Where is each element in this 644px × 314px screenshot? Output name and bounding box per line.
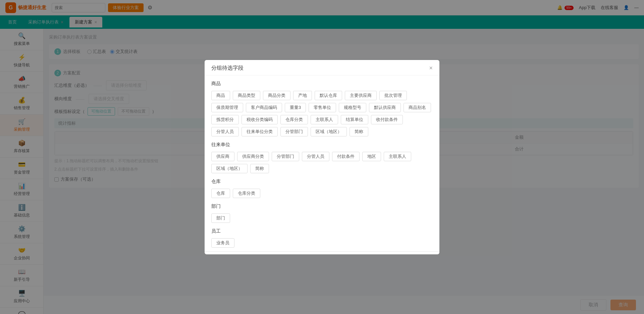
modal-body: 商品 商品 商品类型 商品分类 产地 默认仓库 主要供应商 批次管理 保质期管理…: [205, 75, 439, 252]
field-retail-unit[interactable]: 零售单位: [309, 103, 336, 112]
field-manager2[interactable]: 分管人员: [302, 152, 329, 161]
modal-overlay: 分组待选字段 × 商品 商品 商品类型 商品分类 产地 默认仓库 主要供应商 批…: [0, 0, 644, 314]
fields-row-product: 商品 商品类型 商品分类 产地 默认仓库 主要供应商 批次管理 保质期管理 客户…: [211, 91, 433, 136]
field-payment-terms[interactable]: 收付款条件: [371, 115, 403, 124]
modal-hscroll[interactable]: [205, 251, 439, 254]
field-main-supplier[interactable]: 主要供应商: [345, 91, 377, 100]
field-batch-mgmt[interactable]: 批次管理: [379, 91, 407, 100]
group-title-staff: 员工: [211, 228, 433, 234]
fields-row-counterpart: 供应商 供应商分类 分管部门 分管人员 付款条件 地区 主联系人 区域（地区） …: [211, 152, 433, 173]
field-salesperson[interactable]: 业务员: [211, 238, 234, 248]
field-pay-terms[interactable]: 付款条件: [332, 152, 360, 161]
field-warehouse-category[interactable]: 仓库分类: [280, 115, 308, 124]
field-warehouse[interactable]: 仓库: [211, 189, 230, 198]
field-weight[interactable]: 重量3: [285, 103, 306, 112]
field-region2[interactable]: 区域（地区）: [211, 164, 248, 173]
field-default-warehouse[interactable]: 默认仓库: [315, 91, 342, 100]
field-manager[interactable]: 分管人员: [211, 127, 239, 136]
group-title-warehouse: 仓库: [211, 179, 433, 185]
field-abbr[interactable]: 简称: [350, 127, 368, 136]
field-warehouse-cat[interactable]: 仓库分类: [233, 189, 260, 198]
fields-row-dept: 部门: [211, 213, 433, 223]
field-abbr2[interactable]: 简称: [250, 164, 269, 173]
fields-row-warehouse: 仓库 仓库分类: [211, 189, 433, 198]
group-title-dept: 部门: [211, 203, 433, 209]
field-spec-model[interactable]: 规格型号: [339, 103, 366, 112]
modal-close-button[interactable]: ×: [429, 65, 433, 71]
field-supplier[interactable]: 供应商: [211, 152, 234, 161]
field-shelf-life[interactable]: 保质期管理: [211, 103, 243, 112]
field-product-type[interactable]: 商品类型: [233, 91, 260, 100]
field-supplier-category[interactable]: 供应商分类: [237, 152, 269, 161]
field-dept-mgmt[interactable]: 分管部门: [280, 127, 308, 136]
field-tax-code[interactable]: 税收分类编码: [241, 115, 278, 124]
fields-row-staff: 业务员: [211, 238, 433, 248]
field-region[interactable]: 区域（地区）: [311, 127, 347, 136]
field-settlement-unit[interactable]: 结算单位: [341, 115, 368, 124]
field-dept-mgmt2[interactable]: 分管部门: [272, 152, 299, 161]
field-product-category[interactable]: 商品分类: [263, 91, 290, 100]
field-dept[interactable]: 部门: [211, 213, 230, 223]
field-counterpart-category[interactable]: 往来单位分类: [241, 127, 278, 136]
field-pick-points[interactable]: 拣货积分: [211, 115, 239, 124]
field-main-contact2[interactable]: 主联系人: [384, 152, 411, 161]
field-area[interactable]: 地区: [362, 152, 381, 161]
modal-dialog: 分组待选字段 × 商品 商品 商品类型 商品分类 产地 默认仓库 主要供应商 批…: [205, 60, 439, 254]
group-title-product: 商品: [211, 81, 433, 87]
modal-header: 分组待选字段 ×: [205, 60, 439, 75]
field-product-alias[interactable]: 商品别名: [404, 103, 431, 112]
modal-title: 分组待选字段: [211, 65, 244, 72]
field-main-contact[interactable]: 主联系人: [311, 115, 338, 124]
group-title-counterpart: 往来单位: [211, 142, 433, 148]
field-customer-code[interactable]: 客户商品编码: [246, 103, 282, 112]
field-origin[interactable]: 产地: [293, 91, 312, 100]
field-product[interactable]: 商品: [211, 91, 230, 100]
field-default-supplier[interactable]: 默认供应商: [369, 103, 401, 112]
